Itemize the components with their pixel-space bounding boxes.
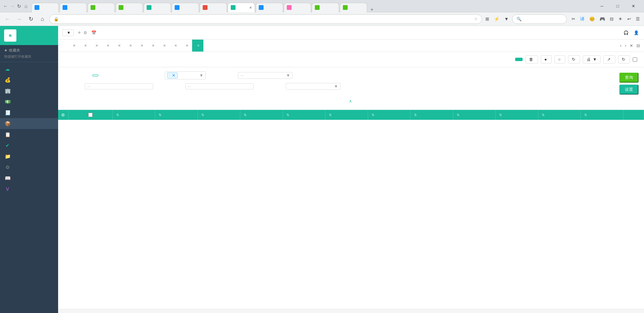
browser-tab-3[interactable] — [116, 3, 143, 12]
nav-tab-close-2[interactable]: ✕ — [84, 44, 87, 47]
company-selector[interactable]: ▼ — [62, 29, 74, 36]
more-options-icon[interactable]: ··· — [240, 73, 243, 77]
sort-disassemble-cost-icon[interactable]: ⇅ — [372, 113, 374, 117]
print-button[interactable]: 🖨 ▼ — [583, 55, 601, 63]
parent-warehouse-dropdown-icon[interactable]: ▼ — [286, 73, 290, 78]
browser-tab-2[interactable] — [88, 3, 115, 12]
sidebar-item-invoice[interactable]: 🧾 — [0, 107, 58, 118]
layout-icon[interactable]: ⊟ — [608, 16, 615, 22]
minimize-button[interactable]: ─ — [594, 0, 610, 12]
reload-button[interactable]: ↻ — [16, 3, 22, 9]
nav-tab-material-outbound-history[interactable]: ✕ — [124, 40, 136, 52]
nav-tab-assembly-history[interactable]: ✕ — [192, 40, 203, 52]
nav-tab-close-7[interactable]: ✕ — [140, 44, 143, 47]
biz-type-dropdown-icon[interactable]: ▼ — [199, 73, 203, 78]
parent-goods-more-icon[interactable]: ··· — [87, 84, 90, 88]
address-star-icon[interactable]: ☆ — [474, 17, 478, 21]
browser-tab-1[interactable] — [59, 3, 87, 12]
brightness-icon[interactable]: ☀ — [617, 16, 624, 22]
date-btn-7days[interactable] — [100, 74, 106, 76]
nav-tab-close-10[interactable]: ✕ — [174, 44, 177, 47]
tab-close-7[interactable]: ✕ — [248, 6, 252, 10]
show-detail-input[interactable] — [633, 57, 637, 62]
parent-warehouse-filter[interactable]: ··· ▼ — [238, 72, 293, 79]
nav-tabs-dropdown[interactable]: ⊟ — [635, 43, 641, 49]
nav-tab-transfer[interactable]: ✕ — [158, 40, 170, 52]
nav-tab-assembly[interactable]: ✕ — [181, 40, 192, 52]
nav-tab-material-outbound[interactable]: ✕ — [113, 40, 124, 52]
show-detail-checkbox[interactable] — [633, 57, 639, 62]
select-all-checkbox[interactable] — [88, 113, 93, 117]
date-btn-yesterday[interactable] — [85, 74, 91, 76]
new-tab-button[interactable]: ＋ — [369, 7, 375, 12]
nav-tab-product-inbound[interactable]: ✕ — [79, 40, 91, 52]
child-goods-filter[interactable]: ··· — [185, 83, 254, 89]
browser-tab-8[interactable] — [256, 3, 283, 12]
sidebar-item-account[interactable]: ✔ — [0, 140, 58, 151]
query-btn[interactable]: 查询 — [619, 73, 639, 83]
sort-order-status-icon[interactable]: ⇅ — [457, 113, 459, 117]
browser-tab-4[interactable] — [144, 3, 171, 12]
user-name-button[interactable]: 👤 — [634, 30, 640, 35]
abandon-button[interactable]: ○ — [554, 55, 565, 63]
date-btn-custom[interactable] — [122, 74, 129, 76]
table-settings-icon[interactable]: ⚙ — [61, 113, 65, 117]
browser-tab-7[interactable]: ✕ — [228, 3, 255, 12]
sidebar-item-fund[interactable]: 💰 — [0, 74, 58, 85]
nav-tab-outbound[interactable]: ✕ — [136, 40, 147, 52]
sort-unit-icon[interactable]: ⇅ — [584, 113, 587, 117]
nav-tabs-close-all[interactable]: ✕ — [628, 43, 634, 49]
sort-handler-icon[interactable]: ⇅ — [329, 113, 332, 117]
nav-tab-close-5[interactable]: ✕ — [118, 44, 121, 47]
close-button[interactable]: ✕ — [626, 0, 641, 12]
maximize-button[interactable]: □ — [610, 0, 626, 12]
col-settings[interactable]: ⚙ — [58, 110, 68, 120]
review-button[interactable]: ● — [541, 55, 552, 63]
sort-type-icon[interactable]: ⇅ — [116, 113, 119, 117]
nav-tab-close-11[interactable]: ✕ — [186, 44, 188, 47]
nav-tab-close-12[interactable]: ✕ — [197, 44, 200, 47]
settings-btn[interactable]: 设置 — [619, 85, 639, 95]
sidebar-item-archive[interactable]: 📁 — [0, 151, 58, 162]
sort-date-icon[interactable]: ⇅ — [159, 113, 161, 117]
game-icon[interactable]: 🎮 — [598, 16, 606, 22]
nav-back-button[interactable]: ← — [3, 14, 12, 24]
nav-tab-outbound-history[interactable]: ✕ — [147, 40, 158, 52]
nav-tab-close-4[interactable]: ✕ — [107, 44, 109, 47]
browser-tab-5[interactable] — [172, 3, 199, 12]
sidebar-item-fixed-assets[interactable]: 🏢 — [0, 85, 58, 96]
nav-tab-close-6[interactable]: ✕ — [129, 44, 132, 47]
recalc-button[interactable]: ↻ — [568, 55, 580, 63]
sort-biz-type-icon[interactable]: ⇅ — [244, 113, 246, 117]
sort-cost-diff-icon[interactable]: ⇅ — [414, 113, 417, 117]
browser-tab-10[interactable] — [312, 3, 339, 12]
sidebar-item-tax[interactable]: 📋 — [0, 129, 58, 140]
nav-tab-close-8[interactable]: ✕ — [152, 44, 155, 47]
add-icon[interactable]: ＋ — [77, 29, 82, 36]
date-btn-more[interactable] — [115, 74, 121, 76]
nav-tab-transfer-history[interactable]: ✕ — [170, 40, 181, 52]
menu-icon[interactable]: ☰ — [634, 16, 641, 22]
nav-reload-button[interactable]: ↻ — [26, 14, 36, 24]
browser-tab-9[interactable] — [284, 3, 311, 12]
forward-button[interactable]: → — [10, 3, 15, 9]
home-button[interactable]: ⌂ — [23, 3, 29, 9]
sidebar-item-salary[interactable]: 💵 — [0, 96, 58, 107]
new-button[interactable] — [515, 58, 523, 61]
order-status-filter[interactable]: ▼ — [286, 83, 340, 90]
back-button[interactable]: ← — [3, 3, 8, 9]
child-goods-more-icon[interactable]: ··· — [188, 84, 191, 88]
nav-tab-inbound[interactable]: ✕ — [91, 40, 102, 52]
biz-type-tag-close[interactable]: ✕ — [172, 73, 175, 78]
parent-goods-filter[interactable]: ··· — [85, 83, 153, 89]
emoji-icon[interactable]: 😊 — [588, 16, 596, 22]
date-btn-today[interactable] — [92, 74, 98, 76]
search-bar[interactable]: 🔍 — [512, 14, 567, 24]
user-service-button[interactable]: 🎧 — [623, 30, 630, 35]
export-button[interactable]: ↗ — [603, 55, 615, 63]
settings-gear-icon[interactable]: ⚙ — [83, 30, 87, 35]
favorites-title[interactable]: ★ 收藏夹 — [4, 48, 54, 53]
browser-tab-6[interactable] — [200, 3, 227, 12]
calendar-icon[interactable]: 📅 — [91, 30, 96, 35]
nav-tabs-left-arrow[interactable]: ‹ — [619, 43, 623, 49]
